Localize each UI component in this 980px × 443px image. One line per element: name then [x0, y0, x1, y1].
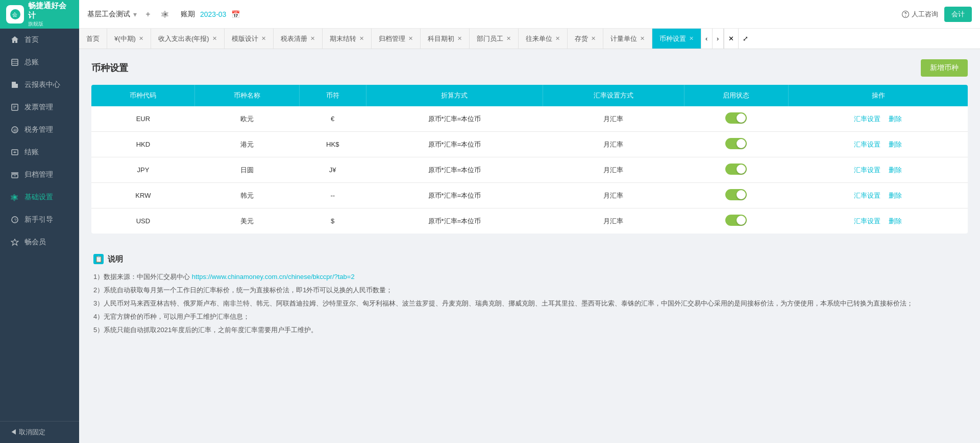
cell-action: 汇率设置 删除 — [789, 157, 968, 183]
tab-period-end[interactable]: 期末结转 ✕ — [323, 29, 372, 49]
cell-rate-type: 月汇率 — [543, 132, 684, 157]
toggle-switch[interactable] — [725, 138, 747, 149]
delete-link[interactable]: 删除 — [889, 115, 902, 123]
tab-subject-close[interactable]: ✕ — [457, 35, 462, 42]
tab-dept-close[interactable]: ✕ — [506, 35, 511, 42]
sidebar-item-invoice-label: 发票管理 — [24, 103, 53, 112]
delete-link[interactable]: 删除 — [889, 141, 902, 148]
tab-period-close[interactable]: ✕ — [139, 35, 143, 42]
sidebar-logo: 会 畅捷通好会计 旗舰版 — [0, 0, 79, 29]
tab-contacts-close[interactable]: ✕ — [555, 35, 560, 42]
tab-dept-label: 部门员工 — [477, 34, 503, 43]
cell-symbol: € — [299, 106, 366, 132]
tab-subject[interactable]: 科目期初 ✕ — [421, 29, 470, 49]
toggle-switch[interactable] — [725, 215, 747, 226]
sidebar-item-invoice[interactable]: 发票管理 — [0, 96, 79, 119]
sidebar-item-home[interactable]: 首页 — [0, 29, 79, 51]
tax-icon: 税 — [10, 125, 19, 134]
cell-name: 港元 — [195, 132, 299, 157]
cell-symbol: -- — [299, 183, 366, 208]
customer-service-btn[interactable]: 人工咨询 — [901, 10, 938, 19]
rate-setting-link[interactable]: 汇率设置 — [854, 166, 880, 174]
tab-archive-close[interactable]: ✕ — [408, 35, 413, 42]
cell-name: 美元 — [195, 208, 299, 234]
rate-setting-link[interactable]: 汇率设置 — [854, 192, 880, 199]
content-area: 币种设置 新增币种 币种代码 币种名称 币符 折算方式 汇率设置方式 启用状态 … — [79, 49, 980, 443]
checkout-icon — [10, 148, 19, 157]
toggle-switch[interactable] — [725, 189, 747, 200]
cell-name: 韩元 — [195, 183, 299, 208]
user-account-btn[interactable]: 会计 — [944, 7, 972, 22]
toggle-switch[interactable] — [725, 164, 747, 175]
tab-inventory[interactable]: 存货 ✕ — [568, 29, 603, 49]
tab-template[interactable]: 模版设计 ✕ — [225, 29, 274, 49]
tab-contacts[interactable]: 往来单位 ✕ — [519, 29, 568, 49]
member-icon — [10, 238, 19, 247]
tab-tax[interactable]: 税表清册 ✕ — [274, 29, 323, 49]
table-row: USD 美元 $ 原币*汇率=本位币 月汇率 汇率设置 删除 — [91, 208, 968, 234]
topbar: 基层工会测试 ▾ + 账期 2023-03 📅 人工咨询 会计 — [79, 0, 980, 29]
tab-income[interactable]: 收入支出表(年报) ✕ — [151, 29, 225, 49]
rate-setting-link[interactable]: 汇率设置 — [854, 217, 880, 225]
sidebar-item-member[interactable]: 畅会员 — [0, 231, 79, 253]
note-link[interactable]: https://www.chinamoney.com.cn/chinese/bk… — [192, 273, 355, 281]
sidebar-item-checkout-label: 结账 — [24, 148, 39, 157]
note-header: 📋 说明 — [93, 254, 966, 264]
tab-inventory-close[interactable]: ✕ — [591, 35, 596, 42]
tab-tax-close[interactable]: ✕ — [310, 35, 315, 42]
tab-currency-close[interactable]: ✕ — [689, 35, 694, 42]
rate-setting-link[interactable]: 汇率设置 — [854, 115, 880, 123]
sidebar-item-ledger[interactable]: 总账 — [0, 51, 79, 74]
app-subtitle: 旗舰版 — [28, 20, 73, 28]
note-item: 2）系统自动获取每月第一个工作日的汇率标价，统一为直接标价法，即1外币可以兑换的… — [93, 284, 966, 297]
toggle-track — [725, 138, 747, 149]
table-row: KRW 韩元 -- 原币*汇率=本位币 月汇率 汇率设置 删除 — [91, 183, 968, 208]
cell-code: EUR — [91, 106, 195, 132]
sidebar-item-settings[interactable]: 基础设置 — [0, 186, 79, 208]
tab-dept[interactable]: 部门员工 ✕ — [470, 29, 519, 49]
tab-unit-close[interactable]: ✕ — [640, 35, 645, 42]
rate-setting-link[interactable]: 汇率设置 — [854, 141, 880, 148]
delete-link[interactable]: 删除 — [889, 166, 902, 174]
tab-period[interactable]: ¥(中期) ✕ — [107, 29, 151, 49]
tab-archive-label: 归档管理 — [379, 34, 405, 43]
page-title: 币种设置 — [91, 62, 128, 74]
toggle-track — [725, 164, 747, 175]
tab-nav-next[interactable]: › — [713, 29, 724, 49]
svg-rect-13 — [11, 172, 18, 174]
workspace-selector[interactable]: 基层工会测试 ▾ — [87, 10, 137, 19]
tab-archive[interactable]: 归档管理 ✕ — [372, 29, 421, 49]
cell-action: 汇率设置 删除 — [789, 106, 968, 132]
note-title: 说明 — [108, 254, 123, 264]
tab-home[interactable]: 首页 — [79, 29, 107, 49]
toggle-switch[interactable] — [725, 112, 747, 124]
note-item: 1）数据来源：中国外汇交易中心 https://www.chinamoney.c… — [93, 270, 966, 284]
tab-currency[interactable]: 币种设置 ✕ — [652, 29, 701, 49]
cell-status — [684, 132, 788, 157]
toggle-thumb — [737, 139, 746, 148]
sidebar-collapse-btn[interactable]: ◀ 取消固定 — [0, 421, 79, 443]
tab-expand[interactable]: ⤢ — [738, 29, 752, 49]
add-workspace-btn[interactable]: + — [142, 8, 154, 20]
sidebar-item-tax[interactable]: 税 税务管理 — [0, 119, 79, 141]
calendar-icon[interactable]: 📅 — [231, 10, 240, 18]
sidebar-item-checkout[interactable]: 结账 — [0, 141, 79, 164]
new-currency-button[interactable]: 新增币种 — [921, 59, 968, 77]
delete-link[interactable]: 删除 — [889, 217, 902, 225]
sidebar-item-archive[interactable]: 归档管理 — [0, 164, 79, 186]
tab-unit[interactable]: 计量单位 ✕ — [603, 29, 652, 49]
tab-nav-prev[interactable]: ‹ — [701, 29, 713, 49]
tab-period-end-label: 期末结转 — [330, 34, 356, 43]
sidebar-item-guide[interactable]: ? 新手引导 — [0, 208, 79, 231]
sidebar-item-reports[interactable]: 云报表中心 — [0, 74, 79, 96]
sidebar-item-ledger-label: 总账 — [24, 58, 39, 67]
svg-rect-5 — [12, 104, 18, 110]
tab-period-end-close[interactable]: ✕ — [359, 35, 364, 42]
tab-income-close[interactable]: ✕ — [212, 35, 217, 42]
tab-template-close[interactable]: ✕ — [261, 35, 266, 42]
main-area: 基层工会测试 ▾ + 账期 2023-03 📅 人工咨询 会计 首页 ¥(中期)… — [79, 0, 980, 443]
workspace-settings-btn[interactable] — [159, 8, 172, 20]
workspace-dropdown-icon: ▾ — [133, 10, 137, 18]
tab-close-all[interactable]: ✕ — [724, 29, 738, 49]
delete-link[interactable]: 删除 — [889, 192, 902, 199]
